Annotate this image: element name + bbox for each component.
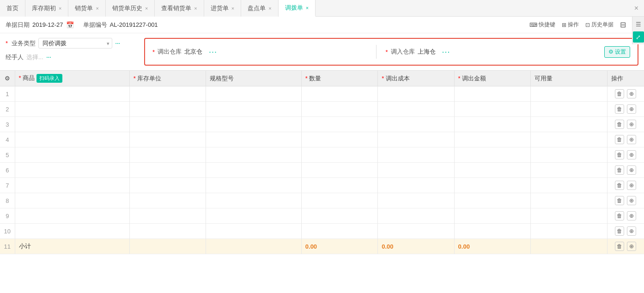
scan-input-button[interactable]: 扫码录入	[36, 74, 62, 83]
qty-cell[interactable]	[301, 224, 377, 239]
qty-cell[interactable]	[301, 193, 377, 208]
cost-cell[interactable]	[378, 132, 454, 147]
unit-cell[interactable]	[129, 163, 206, 178]
available-cell[interactable]	[531, 224, 607, 239]
copy-icon[interactable]: ⊕	[627, 226, 636, 236]
delete-icon[interactable]: 🗑	[615, 135, 624, 144]
copy-icon[interactable]: ⊕	[627, 242, 636, 251]
spec-cell[interactable]	[206, 224, 302, 239]
layout-icon-1[interactable]: ⊟	[620, 20, 626, 29]
unit-cell[interactable]	[129, 117, 206, 132]
spec-cell[interactable]	[206, 147, 302, 163]
tab-sales-order[interactable]: 销货单 ×	[68, 0, 105, 17]
right-panel-expand-icon[interactable]: ⤢	[633, 31, 644, 43]
cost-cell[interactable]	[378, 147, 454, 163]
tab-close-transfer[interactable]: ×	[306, 5, 309, 11]
tab-view-sales[interactable]: 查看销货单 ×	[155, 0, 204, 17]
business-type-more[interactable]: ···	[115, 39, 120, 48]
amount-cell[interactable]	[454, 178, 530, 193]
amount-cell[interactable]	[454, 208, 530, 224]
delete-icon[interactable]: 🗑	[615, 226, 624, 236]
delete-icon[interactable]: 🗑	[615, 196, 624, 205]
tab-inventory-check[interactable]: 盘点单 ×	[241, 0, 278, 17]
unit-cell[interactable]	[129, 147, 206, 163]
spec-cell[interactable]	[206, 132, 302, 147]
unit-cell[interactable]	[129, 132, 206, 147]
qty-cell[interactable]	[301, 117, 377, 132]
available-cell[interactable]	[531, 86, 607, 102]
operations-button[interactable]: ⊞ 操作	[562, 21, 579, 29]
spec-cell[interactable]	[206, 178, 302, 193]
amount-cell[interactable]	[454, 163, 530, 178]
available-cell[interactable]	[531, 132, 607, 147]
qty-cell[interactable]	[301, 102, 377, 117]
product-cell[interactable]	[15, 193, 129, 208]
tab-close-sales-history[interactable]: ×	[145, 6, 148, 11]
in-warehouse-more[interactable]: ···	[442, 47, 450, 57]
copy-icon[interactable]: ⊕	[627, 89, 636, 98]
history-button[interactable]: ⊡ 历史单据	[585, 21, 614, 29]
copy-icon[interactable]: ⊕	[627, 150, 636, 159]
qty-cell[interactable]	[301, 178, 377, 193]
spec-cell[interactable]	[206, 117, 302, 132]
copy-icon[interactable]: ⊕	[627, 181, 636, 190]
tab-purchase[interactable]: 进货单 ×	[204, 0, 241, 17]
delete-icon[interactable]: 🗑	[615, 120, 624, 129]
unit-cell[interactable]	[129, 178, 206, 193]
copy-icon[interactable]: ⊕	[627, 165, 636, 175]
tab-close-view-sales[interactable]: ×	[194, 6, 197, 11]
product-cell[interactable]	[15, 208, 129, 224]
available-cell[interactable]	[531, 163, 607, 178]
available-cell[interactable]	[531, 208, 607, 224]
available-cell[interactable]	[531, 178, 607, 193]
product-cell[interactable]	[15, 132, 129, 147]
cost-cell[interactable]	[378, 86, 454, 102]
qty-cell[interactable]	[301, 147, 377, 163]
delete-icon[interactable]: 🗑	[615, 211, 624, 220]
spec-cell[interactable]	[206, 163, 302, 178]
cost-cell[interactable]	[378, 102, 454, 117]
column-settings-icon[interactable]: ⚙	[5, 75, 10, 82]
qty-cell[interactable]	[301, 132, 377, 147]
tab-close-sales-order[interactable]: ×	[96, 6, 98, 11]
available-cell[interactable]	[531, 193, 607, 208]
available-cell[interactable]	[531, 147, 607, 163]
delete-icon[interactable]: 🗑	[615, 89, 624, 98]
table-container[interactable]: ⚙ * 商品 扫码录入 * 库存单位 规格型号	[0, 70, 644, 293]
shortcuts-button[interactable]: ⌨ 快捷键	[529, 21, 555, 29]
cost-cell[interactable]	[378, 193, 454, 208]
cost-cell[interactable]	[378, 208, 454, 224]
qty-cell[interactable]	[301, 163, 377, 178]
delete-icon[interactable]: 🗑	[615, 150, 624, 159]
cost-cell[interactable]	[378, 117, 454, 132]
product-cell[interactable]	[15, 224, 129, 239]
tab-sales-history[interactable]: 销货单历史 ×	[106, 0, 155, 17]
amount-cell[interactable]	[454, 147, 530, 163]
delete-icon[interactable]: 🗑	[615, 242, 624, 251]
cost-cell[interactable]	[378, 163, 454, 178]
unit-cell[interactable]	[129, 102, 206, 117]
cost-cell[interactable]	[378, 224, 454, 239]
spec-cell[interactable]	[206, 102, 302, 117]
settings-button[interactable]: ⚙ 设置	[604, 46, 630, 58]
amount-cell[interactable]	[454, 193, 530, 208]
copy-icon[interactable]: ⊕	[627, 211, 636, 220]
tab-close-inventory-check[interactable]: ×	[268, 6, 271, 11]
copy-icon[interactable]: ⊕	[627, 120, 636, 129]
unit-cell[interactable]	[129, 193, 206, 208]
copy-icon[interactable]: ⊕	[627, 104, 636, 114]
out-warehouse-more[interactable]: ···	[209, 47, 217, 57]
spec-cell[interactable]	[206, 208, 302, 224]
amount-cell[interactable]	[454, 132, 530, 147]
amount-cell[interactable]	[454, 117, 530, 132]
product-cell[interactable]	[15, 163, 129, 178]
right-panel-list-icon[interactable]: ☰	[633, 18, 644, 30]
tab-home[interactable]: 首页	[0, 0, 25, 17]
cost-cell[interactable]	[378, 178, 454, 193]
person-select[interactable]: 选择...	[26, 53, 43, 61]
person-more[interactable]: ···	[46, 53, 51, 61]
tab-inventory-init[interactable]: 库存期初 ×	[25, 0, 68, 17]
copy-icon[interactable]: ⊕	[627, 135, 636, 144]
product-cell[interactable]	[15, 86, 129, 102]
delete-icon[interactable]: 🗑	[615, 104, 624, 114]
